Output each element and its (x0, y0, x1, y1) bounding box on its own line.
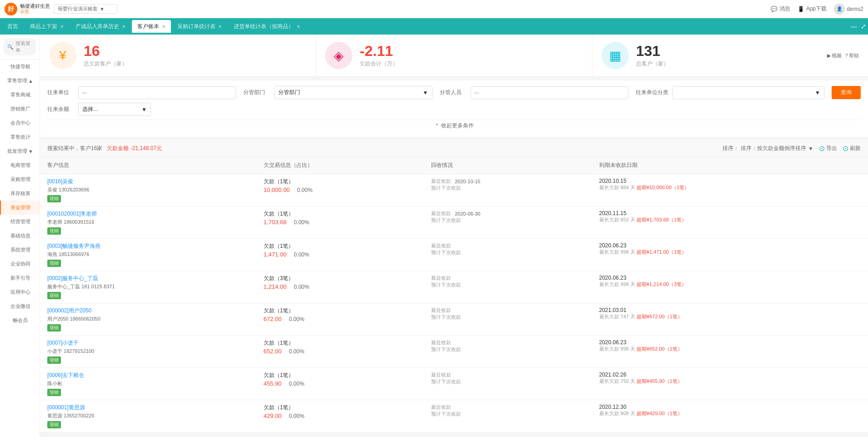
table-row: [0007]小迸干 小迸干 18279152100 现销 欠款（1笔） 652.… (40, 336, 868, 368)
debt-amount-0[interactable]: 10,000.00 (264, 186, 290, 193)
play-icon: ▶ (827, 53, 831, 59)
sidebar-item-retail-mgmt[interactable]: 零售管理 ▲ (0, 74, 40, 88)
tab-product-status[interactable]: 商品上下架 ✕ (25, 20, 69, 33)
help-button[interactable]: ? 帮助 (845, 52, 859, 59)
balance-select[interactable]: 选择... ▼ (78, 103, 151, 116)
sidebar-item-app-center[interactable]: 应用中心 (0, 285, 40, 299)
message-button[interactable]: 💬 消息 (771, 5, 790, 13)
unit-category-select[interactable]: ▼ (672, 86, 824, 99)
tab-customer-account-close[interactable]: ✕ (162, 24, 166, 29)
overdue-link-4[interactable]: 超期¥672.00（1笔） (637, 314, 682, 319)
next-payment-label-2: 预计下次收款 (431, 250, 461, 255)
td-customer-info-4: [000002]用户2050 用户2050 18665062050 现销 (40, 303, 256, 336)
sidebar-item-retail-shop[interactable]: 零售商城 (0, 88, 40, 102)
sidebar-item-finance[interactable]: 资金管理 (0, 201, 40, 215)
sidebar-item-purchase[interactable]: 采购管理 (0, 172, 40, 186)
sidebar-item-basic-info[interactable]: 基础信息 (0, 229, 40, 243)
sidebar-item-enterprise-collab[interactable]: 企业协同 (0, 257, 40, 271)
dept-select[interactable]: 分管部门 ▼ (274, 86, 432, 99)
customer-name-2[interactable]: [0003]畅捷服务尹海燕 (47, 242, 249, 250)
total-customers-number: 131 (636, 44, 669, 58)
sidebar-item-ecommerce[interactable]: 电商管理 (0, 158, 40, 172)
overdue-link-0[interactable]: 超期¥10,000.00（1笔） (637, 185, 689, 190)
search-button[interactable]: 查询 (832, 86, 861, 99)
overdue-link-7[interactable]: 超期¥429.00（1笔） (637, 411, 682, 416)
td-recovery-0: 最近收款 2020-10-15 预计下次收款 (424, 174, 592, 206)
tab-minimize-icon[interactable]: — (851, 23, 857, 30)
source-unit-input[interactable]: ··· (78, 86, 236, 99)
customer-name-6[interactable]: [0006]去下粮仓 (47, 372, 249, 379)
sidebar-item-retail-stats[interactable]: 零售统计 (0, 130, 40, 144)
tab-purchase-stats-close[interactable]: ✕ (296, 24, 300, 29)
tab-product-history-close[interactable]: ✕ (122, 24, 125, 29)
table-row: [0016]吴俊 吴俊 13026203696 现销 欠款（1笔） 10,000… (40, 174, 868, 206)
customer-tag-7: 现销 (47, 421, 61, 428)
sidebar-item-enterprise-wechat[interactable]: 企业微信 (0, 299, 40, 313)
result-summary: 搜索结果中，客户16家 欠款金额 -21,148.07元 (47, 145, 162, 152)
collapse-bar[interactable]: ⌃ 收起更多条件 (47, 120, 861, 131)
next-payment-label-4: 预计下次收款 (431, 314, 461, 320)
sidebar-item-batch-mgmt[interactable]: 批发管理 ▼ (0, 144, 40, 158)
tab-maximize-icon[interactable]: ⤢ (861, 23, 866, 30)
customer-tag-5: 现销 (47, 357, 61, 364)
customer-name-7[interactable]: [000001]黄思源 (47, 404, 249, 412)
customer-name-5[interactable]: [0007]小迸干 (47, 339, 249, 347)
sidebar-item-marketing[interactable]: 营销推广 (0, 102, 40, 116)
sidebar-item-chang-member[interactable]: 畅会员 (0, 313, 40, 327)
logo-text: 畅捷通好生意 示范 (20, 3, 50, 15)
th-due-date: 到期未收款日期 (592, 157, 868, 174)
sidebar-item-inventory[interactable]: 库存核算 (0, 186, 40, 201)
tab-product-history[interactable]: 产成品入库单历史 ✕ (70, 20, 131, 33)
tab-purchase-order-close[interactable]: ✕ (218, 24, 222, 29)
sidebar-item-operation-label: 经营管理 (10, 219, 30, 224)
customer-name-1[interactable]: [0001020001]李老师 (47, 210, 249, 218)
overdue-link-1[interactable]: 超期¥1,703.68（1笔） (637, 217, 687, 222)
th-debt-info: 欠交易信息（占比） (256, 157, 424, 174)
logo-main-text: 畅捷通好生意 (20, 3, 50, 9)
td-debt-info-5: 欠款（1笔） 652.00 0.00% (256, 336, 424, 368)
sidebar-item-system[interactable]: 系统管理 (0, 243, 40, 257)
filter-manager-label: 分管人员 (440, 89, 467, 96)
customer-name-3[interactable]: [0002]服务中心_丁磊 (47, 275, 249, 282)
debt-amount-5[interactable]: 652.00 (264, 348, 282, 355)
debt-amount-3[interactable]: 1,214.00 (264, 283, 287, 290)
last-payment-date-1: 2020-06-30 (455, 211, 480, 216)
debt-amount-6[interactable]: 455.90 (264, 380, 282, 387)
sidebar-item-finance-label: 资金管理 (10, 205, 30, 210)
td-customer-info-2: [0003]畅捷服务尹海燕 海燕 18513066976 现销 (40, 239, 256, 271)
sort-selector[interactable]: 排序： 排序：按欠款金额倒序排序 ▼ (722, 145, 813, 152)
sidebar-item-member[interactable]: 会员中心 (0, 116, 40, 130)
tab-customer-account[interactable]: 客户账本 ✕ (132, 20, 171, 33)
debt-amount-4[interactable]: 672.00 (264, 316, 282, 322)
sidebar-item-operation[interactable]: 经营管理 (0, 215, 40, 229)
debt-amount-2[interactable]: 1,471.00 (264, 251, 287, 258)
overdue-link-5[interactable]: 超期¥652.00（1笔） (637, 346, 682, 352)
tab-purchase-order[interactable]: 采购订单统计表 ✕ (172, 20, 227, 33)
sidebar-item-quick-nav[interactable]: 快捷导航 (0, 60, 40, 74)
debt-amount-1[interactable]: 1,703.68 (264, 219, 287, 226)
customer-name-0[interactable]: [0016]吴俊 (47, 178, 249, 186)
overdue-link-6[interactable]: 超期¥455.90（1笔） (637, 378, 682, 384)
customer-phone-5: 小迸干 18279152100 (47, 348, 249, 355)
tab-purchase-stats[interactable]: 进货单统计表（按商品） ✕ (228, 20, 306, 33)
debt-amount-7[interactable]: 429.00 (264, 412, 282, 419)
store-selector[interactable]: 母婴行业演示账套 ▼ (54, 4, 117, 14)
collapse-icon: ⌃ (435, 123, 439, 129)
export-button[interactable]: ⊙ 导出 (819, 144, 837, 153)
app-download-label: App下载 (806, 5, 827, 13)
customer-name-4[interactable]: [000002]用户2050 (47, 307, 249, 315)
overdue-link-3[interactable]: 超期¥1,214.00（3笔） (637, 281, 687, 287)
app-download-button[interactable]: 📱 App下载 (798, 5, 827, 13)
sidebar-item-newbie[interactable]: 新手引导 (0, 271, 40, 285)
search-menu-input[interactable]: 🔍 搜索菜单 (4, 38, 36, 55)
unit-category-arrow-icon: ▼ (815, 90, 820, 96)
video-button[interactable]: ▶ 视频 (827, 52, 842, 59)
tab-home[interactable]: 首页 (2, 20, 24, 33)
refresh-button[interactable]: ⊙ 刷新 (843, 144, 861, 153)
tab-product-status-close[interactable]: ✕ (60, 24, 64, 29)
debt-ratio-7: 0.00% (289, 413, 304, 419)
overdue-link-2[interactable]: 超期¥1,471.00（1笔） (637, 249, 687, 255)
manager-input[interactable]: ··· (471, 86, 628, 99)
top-bar-left: 好 畅捷通好生意 示范 母婴行业演示账套 ▼ (5, 3, 117, 15)
user-profile[interactable]: 👤 demo2 (834, 4, 863, 15)
